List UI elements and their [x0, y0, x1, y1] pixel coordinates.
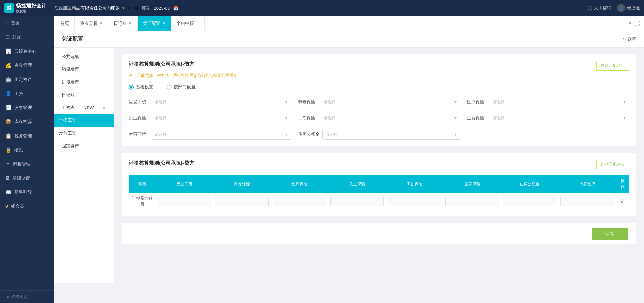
tab-close-tax[interactable]: ✕ — [196, 21, 199, 26]
field-yanglao: 养老保险 请选择 ▼ — [298, 97, 460, 107]
page-title: 凭证配置 — [62, 36, 83, 43]
tab-close-capital[interactable]: ✕ — [100, 21, 103, 26]
input-shiye[interactable] — [330, 197, 384, 206]
cell-yingfa — [156, 193, 213, 210]
cell-daejy — [558, 193, 616, 210]
sidebar-item-ledger[interactable]: ☰ 总账 — [0, 30, 54, 44]
sidebar-item-inventory[interactable]: 📦 库存核算 — [0, 115, 54, 129]
refresh-icon: ↻ — [622, 37, 626, 42]
input-gongshang[interactable] — [388, 197, 441, 206]
sidebar-item-vip[interactable]: V 畅会员 — [0, 199, 54, 213]
sidebar-label-capital: 资金管理 — [14, 62, 32, 68]
sidebar-item-fixed[interactable]: 🏢 固定资产 — [0, 72, 54, 87]
select-shiye[interactable]: 请选择 ▼ — [152, 113, 291, 123]
tab-label-capital: 资金分析 — [80, 20, 98, 27]
cancel-pin-button[interactable]: ◄ 取消固定 — [0, 290, 54, 303]
delete-row-button[interactable]: 🗑 — [620, 199, 625, 204]
sidebar-item-archive[interactable]: 🗃 归档管理 — [0, 157, 54, 171]
input-daejy[interactable] — [560, 197, 614, 206]
left-nav-calc-salary[interactable]: 计提工资 — [54, 114, 114, 127]
left-nav-fixed-assets[interactable]: 固定资产 — [54, 140, 114, 152]
sidebar-item-home[interactable]: ⌂ 首页 — [0, 16, 54, 30]
settings-icon[interactable]: ⚙ — [135, 6, 139, 11]
left-nav-pay-salary[interactable]: 发放工资 — [54, 127, 114, 140]
tab-label-home: 首页 — [60, 20, 69, 27]
col-yingfa: 应发工资 — [156, 175, 213, 193]
app-edition: 旗舰版 — [16, 9, 46, 14]
select-gongshang-placeholder: 请选择 — [324, 115, 336, 121]
tab-journal[interactable]: 日记账 ✕ — [108, 16, 138, 31]
radio-dept[interactable]: 按部门设置 — [167, 84, 196, 90]
app-name: 畅捷通好会计 — [16, 3, 46, 8]
tab-close-journal[interactable]: ✕ — [129, 21, 132, 26]
radio-basic[interactable]: 基础设置 — [129, 84, 153, 90]
select-gongshang[interactable]: 请选择 ▼ — [321, 113, 460, 123]
input-yiliao[interactable] — [273, 197, 326, 206]
tab-close-voucher[interactable]: ✕ — [162, 21, 165, 26]
input-zhufang[interactable] — [503, 197, 557, 206]
input-yingfa[interactable] — [158, 197, 211, 206]
select-yiliao[interactable]: 请选择 ▼ — [490, 97, 629, 107]
sidebar-item-closing[interactable]: 🔒 结账 — [0, 143, 54, 157]
sidebar-item-settings[interactable]: ⚙ 基础设置 — [0, 171, 54, 185]
left-nav-purchase[interactable]: 进项发票 — [54, 76, 114, 89]
left-nav-common[interactable]: 公共选项 — [54, 50, 114, 63]
label-gongshang: 工伤保险 — [298, 115, 318, 121]
user-area[interactable]: 👤 畅捷通 — [617, 4, 640, 12]
col-subject: 科目 — [129, 175, 156, 193]
headset-icon: 🎧 — [587, 6, 593, 11]
sidebar: ⌂ 首页 ☰ 总账 📊 云报表中心 💰 资金管理 🏢 固定资产 👤 工资 🧾 发… — [0, 16, 54, 303]
expand-icon[interactable]: ⛶ — [635, 20, 640, 27]
radio-basic-label: 基础设置 — [136, 84, 153, 90]
tab-capital[interactable]: 资金分析 ✕ — [75, 16, 108, 31]
input-shengyu[interactable] — [445, 197, 499, 206]
tab-bar: 首页 资金分析 ✕ 日记账 ✕ 凭证配置 ✕ 个税申报 ✕ ✕ ⛶ — [54, 16, 644, 31]
select-yiliao-placeholder: 请选择 — [493, 99, 505, 105]
select-zhufang[interactable]: 请选择 ▼ — [322, 129, 460, 140]
field-yingfa: 应发工资 请选择 ▼ — [129, 97, 291, 107]
company-selector[interactable]: 江西服宝精品有限责任公司内账张 ▼ — [54, 5, 125, 11]
calendar-icon[interactable]: 📅 — [173, 6, 178, 11]
auto-match-debit-button[interactable]: 自动匹配科目 — [596, 61, 629, 71]
sidebar-label-guide: 新手引导 — [14, 189, 32, 195]
tab-tax[interactable]: 个税申报 ✕ — [171, 16, 205, 31]
sidebar-item-reports[interactable]: 📊 云报表中心 — [0, 44, 54, 58]
sidebar-item-guide[interactable]: 📖 新手引导 — [0, 185, 54, 199]
auto-match-credit-button[interactable]: 自动匹配科目 — [596, 160, 629, 169]
col-action: 操作 — [616, 175, 629, 193]
radio-dept-circle — [167, 85, 172, 90]
tab-voucher[interactable]: 凭证配置 ✕ — [138, 16, 171, 31]
salary-icon: 👤 — [5, 91, 12, 97]
select-daejy[interactable]: 请选择 ▼ — [152, 129, 291, 140]
debit-section: 计提核算规则(公司承担)-借方 自动匹配科目 注：只能选择一种方式，系统将按照您… — [122, 54, 636, 146]
closing-icon: 🔒 — [5, 147, 12, 153]
left-nav-journal[interactable]: 日记账 — [54, 89, 114, 101]
col-zhufang: 住房公积金 — [501, 175, 559, 193]
save-button[interactable]: 保存 — [592, 228, 628, 240]
sidebar-item-tax[interactable]: 📋 税务管理 — [0, 129, 54, 143]
select-yanglao[interactable]: 请选择 ▼ — [321, 97, 460, 107]
support-button[interactable]: 🎧 人工咨询 — [587, 5, 611, 11]
invoice-icon: 🧾 — [5, 105, 12, 111]
company-dropdown-icon: ▼ — [122, 6, 125, 10]
sidebar-item-salary[interactable]: 👤 工资 — [0, 87, 54, 101]
field-yiliao: 医疗保险 请选择 ▼ — [467, 97, 629, 107]
select-shengyu[interactable]: 请选择 ▼ — [490, 113, 629, 123]
add-button[interactable]: + — [128, 6, 131, 11]
debit-fields-grid: 应发工资 请选择 ▼ 养老保险 请选择 ▼ — [129, 97, 629, 140]
tab-home[interactable]: 首页 — [55, 16, 75, 31]
sidebar-label-inventory: 库存核算 — [14, 119, 32, 125]
left-nav-sales[interactable]: 销项发票 — [54, 63, 114, 76]
select-shiye-placeholder: 请选择 — [155, 115, 167, 121]
close-tab-icon[interactable]: ✕ — [628, 20, 632, 27]
refresh-button[interactable]: ↻ 刷新 — [622, 36, 636, 42]
select-yingfa[interactable]: 请选择 ▼ — [152, 97, 291, 107]
sidebar-label-salary: 工资 — [14, 91, 23, 97]
sidebar-item-capital[interactable]: 💰 资金管理 — [0, 58, 54, 72]
left-nav-salary-table[interactable]: 工资表 NEW ∨ — [54, 101, 114, 114]
top-bar: 财 畅捷通好会计 旗舰版 江西服宝精品有限责任公司内账张 ▼ + ⚙ 账期 20… — [0, 0, 644, 16]
sidebar-item-invoice[interactable]: 🧾 发票管理 — [0, 101, 54, 115]
input-yanglao[interactable] — [215, 197, 269, 206]
col-yanglao: 养老保险 — [213, 175, 271, 193]
save-bar: 保存 — [122, 223, 636, 244]
